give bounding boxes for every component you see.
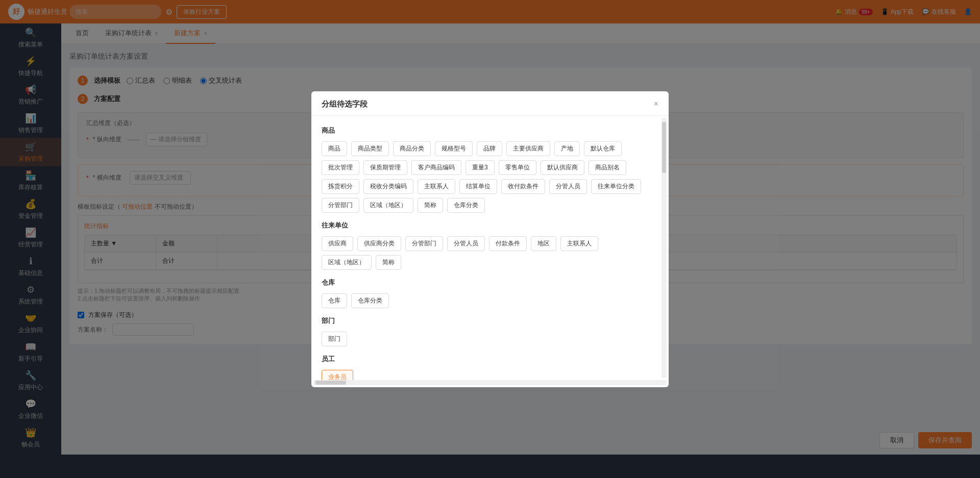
field-customer-code[interactable]: 客户商品编码 <box>411 160 461 175</box>
field-abbr-goods[interactable]: 简称 <box>418 198 443 213</box>
field-grid-counterpart: 供应商 供应商分类 分管部门 分管人员 付款条件 地区 主联系人 区域（地区） … <box>322 236 649 270</box>
modal-bottom-scrollbar-thumb[interactable] <box>315 381 346 385</box>
field-grid-warehouse: 仓库 仓库分类 <box>322 293 649 308</box>
field-grid-dept: 部门 <box>322 332 649 346</box>
modal-bottom-scrollbar-track <box>313 380 667 385</box>
field-region-counterpart[interactable]: 区域（地区） <box>322 255 372 270</box>
modal-header: 分组待选字段 × <box>311 91 669 116</box>
modal-close-button[interactable]: × <box>654 99 658 109</box>
field-supervised-person[interactable]: 分管人员 <box>447 236 485 251</box>
field-spec-type[interactable]: 规格型号 <box>435 141 473 156</box>
field-goods-alias[interactable]: 商品别名 <box>589 160 626 175</box>
field-weight3[interactable]: 重量3 <box>465 160 495 175</box>
field-main-contact[interactable]: 主联系人 <box>418 179 455 194</box>
field-counterpart-category[interactable]: 往来单位分类 <box>591 179 641 194</box>
field-goods[interactable]: 商品 <box>322 141 347 156</box>
field-salesperson[interactable]: 业务员 <box>322 370 353 381</box>
field-shelf-life[interactable]: 保质期管理 <box>363 160 407 175</box>
field-supervised-dept[interactable]: 分管部门 <box>405 236 443 251</box>
field-payment-terms[interactable]: 收付款条件 <box>501 179 545 194</box>
section-title-counterpart: 往来单位 <box>322 221 649 230</box>
field-supplier[interactable]: 供应商 <box>322 236 353 251</box>
field-grid-staff: 业务员 <box>322 370 649 381</box>
field-default-supplier[interactable]: 默认供应商 <box>541 160 584 175</box>
section-title-dept: 部门 <box>322 316 649 325</box>
field-grid-goods: 商品 商品类型 商品分类 规格型号 品牌 主要供应商 产地 默认仓库 批次管理 … <box>322 141 649 213</box>
field-settlement-unit[interactable]: 结算单位 <box>459 179 497 194</box>
field-abbr-counterpart[interactable]: 简称 <box>376 255 401 270</box>
field-goods-type[interactable]: 商品类型 <box>351 141 389 156</box>
field-main-supplier[interactable]: 主要供应商 <box>506 141 550 156</box>
field-batch-mgmt[interactable]: 批次管理 <box>322 160 359 175</box>
field-main-contact-counterpart[interactable]: 主联系人 <box>560 236 598 251</box>
section-title-staff: 员工 <box>322 355 649 364</box>
modal-body: 商品 商品 商品类型 商品分类 规格型号 品牌 主要供应商 产地 默认仓库 批次… <box>311 116 659 381</box>
field-brand[interactable]: 品牌 <box>477 141 502 156</box>
field-region-goods[interactable]: 区域（地区） <box>363 198 413 213</box>
field-supervisor[interactable]: 分管人员 <box>549 179 587 194</box>
field-warehouse[interactable]: 仓库 <box>322 293 347 308</box>
field-origin[interactable]: 产地 <box>554 141 580 156</box>
section-title-goods: 商品 <box>322 126 649 135</box>
field-pick-points[interactable]: 拣货积分 <box>322 179 359 194</box>
field-supplier-category[interactable]: 供应商分类 <box>357 236 401 251</box>
section-title-warehouse: 仓库 <box>322 278 649 287</box>
field-department[interactable]: 部门 <box>322 332 347 346</box>
modal-dialog: 分组待选字段 × 商品 商品 商品类型 商品分类 规格型号 品牌 主要供应商 产… <box>311 91 669 387</box>
field-retail-unit[interactable]: 零售单位 <box>499 160 536 175</box>
modal-scrollbar-track <box>662 118 667 379</box>
field-dept-supervised[interactable]: 分管部门 <box>322 198 359 213</box>
modal-title: 分组待选字段 <box>322 99 368 109</box>
field-default-warehouse[interactable]: 默认仓库 <box>584 141 622 156</box>
field-warehouse-category[interactable]: 仓库分类 <box>351 293 389 308</box>
field-goods-category[interactable]: 商品分类 <box>393 141 431 156</box>
field-area[interactable]: 地区 <box>531 236 556 251</box>
field-tax-code[interactable]: 税收分类编码 <box>363 179 413 194</box>
modal-scrollbar-thumb[interactable] <box>662 122 666 173</box>
modal-overlay: 分组待选字段 × 商品 商品 商品类型 商品分类 规格型号 品牌 主要供应商 产… <box>0 0 980 478</box>
field-payment-condition[interactable]: 付款条件 <box>489 236 527 251</box>
field-warehouse-category-goods[interactable]: 仓库分类 <box>447 198 485 213</box>
